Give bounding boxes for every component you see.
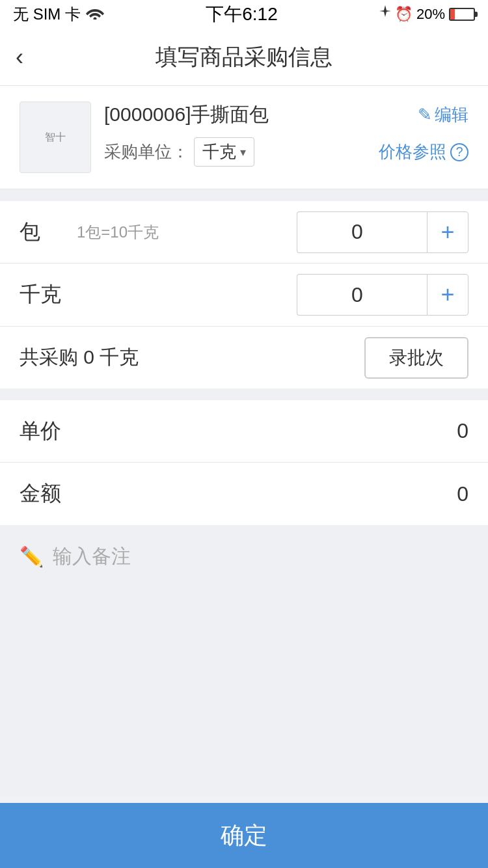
- kg-input[interactable]: [297, 274, 427, 316]
- battery-fill: [450, 9, 455, 20]
- summary-row: 共采购 0 千克 录批次: [0, 326, 488, 388]
- kg-plus-button[interactable]: +: [427, 274, 468, 316]
- status-left: 无 SIM 卡: [13, 4, 104, 25]
- kg-label: 千克: [20, 280, 72, 309]
- package-field-wrap: +: [297, 211, 468, 253]
- back-button[interactable]: ‹: [16, 44, 23, 71]
- package-input[interactable]: [297, 211, 427, 253]
- sim-label: 无 SIM 卡: [13, 4, 81, 25]
- unit-row: 采购单位： 千克 ▾ 价格参照 ?: [104, 137, 468, 167]
- package-plus-button[interactable]: +: [427, 211, 468, 253]
- product-card: 智十 [0000006]手撕面包 ✎ 编辑 采购单位： 千克 ▾ 价格参照 ?: [0, 86, 488, 189]
- product-info: [0000006]手撕面包 ✎ 编辑 采购单位： 千克 ▾ 价格参照 ?: [104, 102, 468, 167]
- kg-input-row: 千克 +: [0, 264, 488, 326]
- product-image: 智十: [20, 102, 91, 173]
- product-name: [0000006]手撕面包: [104, 102, 269, 128]
- input-section: 包 1包=10千克 + 千克 +: [0, 201, 488, 326]
- wifi-icon: [86, 5, 104, 23]
- alarm-icon: ⏰: [395, 6, 413, 23]
- kg-field-wrap: +: [297, 274, 468, 316]
- content-area: [0, 588, 488, 796]
- unit-price-row: 单价 0: [0, 400, 488, 463]
- package-sublabel: 1包=10千克: [77, 222, 297, 243]
- pencil-icon: ✏️: [20, 545, 44, 568]
- unit-value: 千克: [202, 141, 236, 163]
- unit-price-value: 0: [457, 419, 468, 443]
- product-name-row: [0000006]手撕面包 ✎ 编辑: [104, 102, 468, 128]
- edit-label: 编辑: [435, 103, 468, 126]
- battery-icon: [449, 8, 475, 21]
- edit-button[interactable]: ✎ 编辑: [418, 103, 468, 126]
- unit-select[interactable]: 千克 ▾: [194, 137, 254, 167]
- price-ref-label: 价格参照: [379, 141, 446, 163]
- nav-bar: ‹ 填写商品采购信息: [0, 29, 488, 86]
- battery-percent: 20%: [416, 6, 445, 23]
- help-icon: ?: [450, 143, 468, 161]
- batch-button[interactable]: 录批次: [364, 337, 468, 379]
- svg-point-0: [94, 18, 97, 20]
- unit-label: 采购单位：: [104, 141, 189, 163]
- note-section[interactable]: ✏️ 输入备注: [0, 525, 488, 588]
- unit-price-label: 单价: [20, 417, 61, 446]
- section-divider-2: [0, 388, 488, 400]
- status-bar: 无 SIM 卡 下午6:12 ⏰ 20%: [0, 0, 488, 29]
- price-section: 单价 0 金额 0: [0, 400, 488, 525]
- chevron-down-icon: ▾: [240, 145, 246, 159]
- summary-text: 共采购 0 千克: [20, 344, 139, 371]
- amount-label: 金额: [20, 480, 61, 508]
- price-ref-button[interactable]: 价格参照 ?: [379, 141, 468, 163]
- edit-icon: ✎: [418, 105, 432, 125]
- note-placeholder: 输入备注: [53, 543, 131, 570]
- package-label: 包: [20, 218, 72, 247]
- page-title: 填写商品采购信息: [156, 42, 332, 72]
- product-logo: 智十: [45, 131, 66, 144]
- amount-row: 金额 0: [0, 463, 488, 525]
- amount-value: 0: [457, 482, 468, 506]
- status-right: ⏰ 20%: [379, 5, 475, 23]
- location-icon: [379, 5, 391, 23]
- section-divider-1: [0, 189, 488, 201]
- confirm-button[interactable]: 确定: [0, 803, 488, 868]
- package-input-row: 包 1包=10千克 +: [0, 201, 488, 264]
- status-time: 下午6:12: [206, 2, 278, 27]
